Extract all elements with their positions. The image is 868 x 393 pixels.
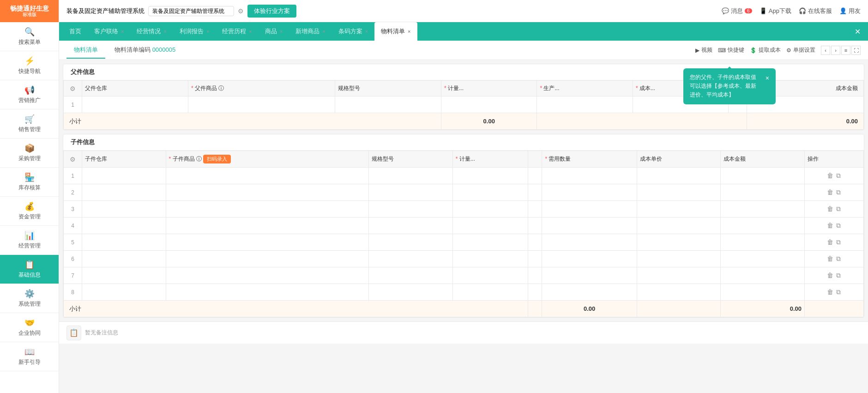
child-qty-8[interactable]	[452, 284, 528, 301]
nav-tab-customers[interactable]: 客户联络×	[88, 22, 130, 41]
copy-row-3-icon[interactable]: ⧉	[836, 205, 841, 213]
copy-row-4-icon[interactable]: ⧉	[836, 222, 841, 230]
sidebar-item-marketing[interactable]: 📢营销推广	[0, 80, 59, 109]
delete-row-4-icon[interactable]: 🗑	[827, 222, 833, 230]
child-qty-needed-6[interactable]	[542, 251, 637, 267]
child-spec-7[interactable]	[369, 267, 453, 284]
prev-arrow[interactable]: ‹	[821, 46, 830, 55]
copy-row-6-icon[interactable]: ⧉	[836, 255, 841, 263]
delete-row-7-icon[interactable]: 🗑	[827, 272, 833, 279]
child-warehouse-1[interactable]	[82, 168, 166, 184]
child-warehouse-5[interactable]	[82, 234, 166, 251]
child-unit-cost-8[interactable]	[637, 284, 721, 301]
cost-action[interactable]: 💲 提取成本	[750, 46, 781, 54]
child-spec-8[interactable]	[369, 284, 453, 301]
child-qty-needed-7[interactable]	[542, 267, 637, 284]
delete-row-3-icon[interactable]: 🗑	[827, 205, 833, 213]
child-unit-cost-1[interactable]	[637, 168, 721, 184]
close-tab-history-icon[interactable]: ×	[249, 29, 252, 34]
child-unit-cost-5[interactable]	[637, 234, 721, 251]
copy-row-1-icon[interactable]: ⧉	[836, 172, 841, 180]
expand-icon[interactable]: ⛶	[851, 46, 861, 55]
sidebar-item-collab[interactable]: 🤝企业协同	[0, 313, 59, 342]
sidebar-item-purchase[interactable]: 📦采购管理	[0, 139, 59, 168]
child-spec-4[interactable]	[369, 218, 453, 234]
nav-tab-profit[interactable]: 利润报告×	[173, 22, 216, 41]
close-tab-customers-icon[interactable]: ×	[121, 29, 124, 34]
tab-bom-list[interactable]: 物料清单	[66, 42, 105, 59]
child-qty-needed-3[interactable]	[542, 201, 637, 218]
system-select[interactable]: 装备及固定资产辅助管理系统	[148, 6, 234, 16]
list-view-arrow[interactable]: ≡	[841, 46, 850, 55]
nav-tab-bom[interactable]: 物料清单×	[374, 22, 417, 41]
nav-tab-operations[interactable]: 经营情况×	[130, 22, 173, 41]
delete-row-2-icon[interactable]: 🗑	[827, 188, 833, 196]
parent-qty-1[interactable]	[441, 97, 537, 113]
child-qty-needed-2[interactable]	[542, 184, 637, 201]
child-goods-8[interactable]	[166, 284, 369, 301]
child-goods-2[interactable]	[166, 184, 369, 201]
close-all-icon[interactable]: ✕	[851, 27, 864, 36]
nav-tab-goods[interactable]: 商品×	[259, 22, 289, 41]
delete-row-5-icon[interactable]: 🗑	[827, 238, 833, 246]
child-qty-5[interactable]	[452, 234, 528, 251]
child-spec-2[interactable]	[369, 184, 453, 201]
child-qty-needed-4[interactable]	[542, 218, 637, 234]
nav-tab-barcode[interactable]: 条码方案×	[332, 22, 374, 41]
sidebar-item-search[interactable]: 🔍搜索菜单	[0, 22, 59, 51]
child-qty-2[interactable]	[452, 184, 528, 201]
gear-icon[interactable]: ⚙	[238, 7, 244, 15]
child-qty-7[interactable]	[452, 267, 528, 284]
delete-row-6-icon[interactable]: 🗑	[827, 255, 833, 263]
child-warehouse-4[interactable]	[82, 218, 166, 234]
online-service-item[interactable]: 🎧 在线客服	[799, 7, 832, 15]
child-unit-cost-4[interactable]	[637, 218, 721, 234]
parent-warehouse-1[interactable]	[82, 97, 188, 113]
child-qty-needed-1[interactable]	[542, 168, 637, 184]
trial-button[interactable]: 体验行业方案	[247, 5, 296, 18]
sidebar-item-finance[interactable]: 💰资金管理	[0, 197, 59, 226]
shortcut-action[interactable]: ⌨ 快捷键	[718, 46, 744, 54]
nav-tab-new-goods[interactable]: 新增商品×	[289, 22, 332, 41]
child-warehouse-7[interactable]	[82, 267, 166, 284]
sidebar-item-system[interactable]: ⚙️系统管理	[0, 284, 59, 313]
nav-tab-home[interactable]: 首页	[63, 22, 88, 41]
delete-row-8-icon[interactable]: 🗑	[827, 288, 833, 296]
close-tab-new-goods-icon[interactable]: ×	[322, 29, 325, 34]
sidebar-item-sales[interactable]: 🛒销售管理	[0, 109, 59, 139]
child-goods-7[interactable]	[166, 267, 369, 284]
child-spec-1[interactable]	[369, 168, 453, 184]
copy-row-7-icon[interactable]: ⧉	[836, 272, 841, 279]
child-goods-1[interactable]	[166, 168, 369, 184]
child-unit-cost-2[interactable]	[637, 184, 721, 201]
sidebar-item-guide[interactable]: 📖新手引导	[0, 342, 59, 371]
next-arrow[interactable]: ›	[831, 46, 840, 55]
child-warehouse-6[interactable]	[82, 251, 166, 267]
sidebar-item-quick-nav[interactable]: ⚡快捷导航	[0, 51, 59, 80]
child-qty-1[interactable]	[452, 168, 528, 184]
parent-goods-1[interactable]	[188, 97, 335, 113]
delete-row-1-icon[interactable]: 🗑	[827, 172, 833, 180]
child-unit-cost-3[interactable]	[637, 201, 721, 218]
nav-tab-history[interactable]: 经营历程×	[216, 22, 258, 41]
close-tab-barcode-icon[interactable]: ×	[365, 29, 368, 34]
note-icon[interactable]: 📋	[66, 326, 81, 340]
child-table-settings-btn[interactable]: ⚙	[70, 156, 76, 163]
copy-row-5-icon[interactable]: ⧉	[836, 238, 841, 246]
child-qty-needed-5[interactable]	[542, 234, 637, 251]
parent-table-settings-btn[interactable]: ⚙	[70, 85, 76, 92]
copy-row-8-icon[interactable]: ⧉	[836, 288, 841, 296]
child-spec-5[interactable]	[369, 234, 453, 251]
user-item[interactable]: 👤 用友	[839, 7, 861, 15]
settings-action[interactable]: ⚙ 单据设置	[786, 46, 815, 54]
tooltip-close-btn[interactable]: ×	[766, 73, 769, 83]
child-qty-3[interactable]	[452, 201, 528, 218]
close-tab-bom-icon[interactable]: ×	[408, 29, 410, 34]
child-spec-6[interactable]	[369, 251, 453, 267]
tab-bom-code[interactable]: 物料清单编码 0000005	[107, 42, 183, 59]
close-tab-profit-icon[interactable]: ×	[206, 29, 209, 34]
child-qty-6[interactable]	[452, 251, 528, 267]
sidebar-item-basic[interactable]: 📋基础信息	[0, 255, 59, 284]
sidebar-item-inventory[interactable]: 🏪库存核算	[0, 168, 59, 197]
child-unit-cost-6[interactable]	[637, 251, 721, 267]
